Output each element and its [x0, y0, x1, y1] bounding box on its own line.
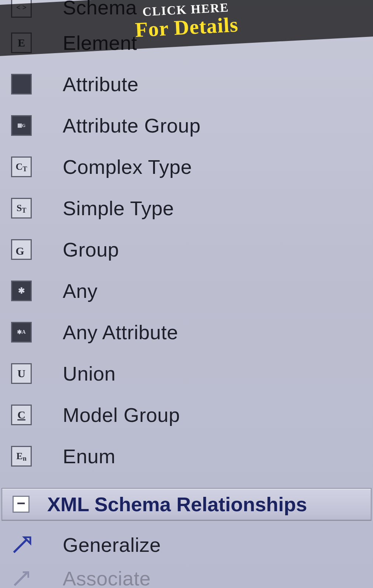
palette-item-group[interactable]: G Group	[0, 229, 373, 270]
enum-icon: En	[11, 446, 32, 467]
attribute-group-icon: ▦G	[11, 115, 32, 136]
palette-item-any[interactable]: ✱ Any	[0, 270, 373, 312]
attribute-icon	[11, 74, 32, 94]
palette-item-label: Enum	[63, 445, 115, 468]
palette-item-attribute[interactable]: Attribute	[0, 63, 373, 105]
palette-item-label: Union	[63, 362, 116, 385]
any-attribute-icon: ✱A	[11, 322, 32, 343]
palette-item-simple-type[interactable]: ST Simple Type	[0, 188, 373, 229]
palette-item-enum[interactable]: En Enum	[0, 436, 373, 477]
model-group-icon: C	[11, 405, 32, 425]
palette-item-label: Attribute Group	[63, 114, 201, 137]
palette-item-label: Any	[63, 279, 98, 302]
palette-item-label: Attribute	[63, 73, 139, 96]
simple-type-icon: ST	[11, 198, 32, 219]
palette-item-label: Associate	[63, 567, 151, 588]
collapse-toggle-icon[interactable]: −	[13, 496, 30, 513]
overlay-line2: For Details	[134, 12, 239, 42]
palette-item-label: Simple Type	[63, 197, 174, 220]
category-header-wrap: − XML Schema Relationships	[0, 488, 373, 520]
palette-item-complex-type[interactable]: CT Complex Type	[0, 146, 373, 188]
palette-item-union[interactable]: U Union	[0, 353, 373, 394]
tool-palette: < > Schema E Element Attribute ▦G Attrib…	[0, 0, 373, 588]
palette-item-label: Group	[63, 238, 119, 261]
generalize-arrow-icon	[11, 534, 32, 555]
associate-arrow-icon	[11, 568, 32, 588]
any-icon: ✱	[11, 281, 32, 301]
palette-item-generalize[interactable]: Generalize	[0, 524, 373, 565]
palette-item-label: Model Group	[63, 403, 180, 426]
group-icon: G	[11, 239, 32, 260]
palette-item-label: Any Attribute	[63, 321, 178, 344]
svg-line-0	[14, 540, 26, 553]
palette-item-any-attribute[interactable]: ✱A Any Attribute	[0, 312, 373, 353]
category-header-relationships[interactable]: − XML Schema Relationships	[1, 488, 372, 520]
svg-line-2	[14, 573, 27, 585]
complex-type-icon: CT	[11, 157, 32, 177]
union-icon: U	[11, 363, 32, 384]
palette-item-associate[interactable]: Associate	[0, 565, 373, 588]
category-label: XML Schema Relationships	[47, 493, 307, 516]
palette-item-label: Generalize	[63, 533, 161, 556]
palette-item-label: Complex Type	[63, 155, 192, 178]
palette-item-model-group[interactable]: C Model Group	[0, 394, 373, 436]
palette-item-attribute-group[interactable]: ▦G Attribute Group	[0, 105, 373, 146]
